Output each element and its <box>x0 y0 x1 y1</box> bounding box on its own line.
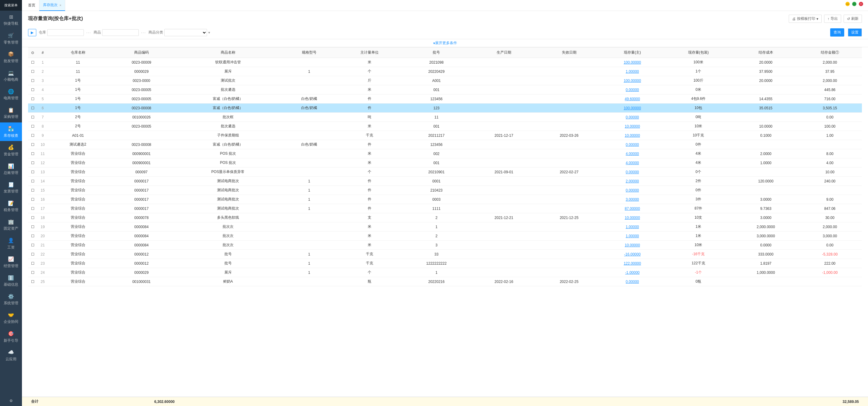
tab-inventory-batch[interactable]: 库存批次 × <box>39 0 65 11</box>
row-check[interactable]: ☐ <box>28 268 37 277</box>
refresh-btn[interactable]: ↺ 刷新 <box>844 14 862 23</box>
filter-expand-arrow[interactable]: ▶ <box>28 29 36 36</box>
row-check[interactable]: ☐ <box>28 168 37 177</box>
table-row[interactable]: ☐1110023-00009软联通用冲击管米2021098100.0000010… <box>28 58 862 67</box>
sidebar-item-fixed-asset[interactable]: 🏢 固定资产 <box>0 216 22 234</box>
row-check[interactable]: ☐ <box>28 213 37 222</box>
row-qty-main[interactable]: 100.00000 <box>602 104 663 113</box>
row-qty-main[interactable]: 10.00000 <box>602 122 663 131</box>
row-check[interactable]: ☐ <box>28 131 37 140</box>
maximize-btn[interactable]: □ <box>852 2 857 6</box>
category-filter-select[interactable] <box>164 29 207 36</box>
sidebar-item-retail[interactable]: 🛒 零售管理 <box>0 29 22 48</box>
sidebar-item-ecom[interactable]: 🌐 电商管理 <box>0 85 22 104</box>
tab-close-btn[interactable]: × <box>59 3 61 7</box>
row-check[interactable]: ☐ <box>28 204 37 213</box>
table-row[interactable]: ☐10测试遴选20023-00008富减（白色/奶橘）白色/奶橘件1234560… <box>28 140 862 149</box>
table-row[interactable]: ☐21营业综合0000084批次次米310.0000010米0.00000.00 <box>28 241 862 250</box>
table-row[interactable]: ☐82号0023-00005批次遴选米00110.0000010米10.0000… <box>28 122 862 131</box>
table-row[interactable]: ☐61号0023-00008富减（白色/奶橘）白色/奶橘件123100.0000… <box>28 104 862 113</box>
sidebar-item-quick-nav[interactable]: ⊞ 快捷导航 <box>0 11 22 29</box>
row-check[interactable]: ☐ <box>28 158 37 168</box>
sidebar-item-mini-ecom[interactable]: 💻 小额电商 <box>0 67 22 85</box>
row-check[interactable]: ☐ <box>28 149 37 158</box>
row-qty-main[interactable]: 1.00000 <box>602 232 663 241</box>
row-check[interactable]: ☐ <box>28 186 37 195</box>
row-check[interactable]: ☐ <box>28 177 37 186</box>
row-check[interactable]: ☐ <box>28 277 37 286</box>
sidebar-item-sys-mgmt[interactable]: ⚙️ 系统管理 <box>0 290 22 309</box>
table-row[interactable]: ☐15营业综合0000017测试电商批次1件2104230.000000件 <box>28 186 862 195</box>
sidebar-item-finance[interactable]: 💰 资金管理 <box>0 141 22 160</box>
row-qty-main[interactable]: 122.00000 <box>602 259 663 268</box>
row-qty-main[interactable]: 10.00000 <box>602 131 663 140</box>
row-check[interactable]: ☐ <box>28 241 37 250</box>
batch-print-btn[interactable]: 🖨 按模板打印 ▾ <box>789 14 822 23</box>
row-check[interactable]: ☐ <box>28 140 37 149</box>
table-row[interactable]: ☐22营业综合0000012批号1千克33-16.00000-16千克333.0… <box>28 250 862 259</box>
close-btn[interactable]: × <box>859 2 863 6</box>
sidebar-item-general[interactable]: 📊 总账管理 <box>0 160 22 178</box>
row-qty-main[interactable]: 3.00000 <box>602 195 663 204</box>
table-row[interactable]: ☐19营业综合0000084批次次米11.000001米2,000.00002,… <box>28 222 862 232</box>
row-qty-main[interactable]: 100.00000 <box>602 76 663 85</box>
row-qty-main[interactable]: 10.00000 <box>602 241 663 250</box>
row-qty-main[interactable]: 1.00000 <box>602 67 663 76</box>
row-qty-main[interactable]: 0.00000 <box>602 186 663 195</box>
search-btn[interactable]: 查询 <box>830 28 844 37</box>
table-row[interactable]: ☐23营业综合0000012批号1千克1222222222122.0000012… <box>28 259 862 268</box>
table-row[interactable]: ☐31号0023-0000测试批次斤A001100.00000100斤20.00… <box>28 76 862 85</box>
table-row[interactable]: ☐72号001000026批次框吨110.000000吨0.00 <box>28 113 862 122</box>
row-qty-main[interactable]: 2.00000 <box>602 177 663 186</box>
row-check[interactable]: ☐ <box>28 113 37 122</box>
sidebar-item-enterprise[interactable]: 🤝 企业协同 <box>0 309 22 328</box>
table-row[interactable]: ☐18营业综合0000078多头黑色软线支22021-12-212021-12-… <box>28 213 862 222</box>
expand-more-btn[interactable]: ▾ 展开更多条件 <box>22 39 868 47</box>
warehouse-filter-input[interactable] <box>47 29 84 36</box>
row-qty-main[interactable]: 0.00000 <box>602 85 663 94</box>
table-row[interactable]: ☐16营业综合0000017测试电商批次1件00033.000003件3.000… <box>28 195 862 204</box>
row-check[interactable]: ☐ <box>28 232 37 241</box>
table-row[interactable]: ☐2110000029展斥1个202204291.000001个37.95003… <box>28 67 862 76</box>
row-check[interactable]: ☐ <box>28 104 37 113</box>
row-check[interactable]: ☐ <box>28 195 37 204</box>
row-qty-main[interactable]: 10.00000 <box>602 213 663 222</box>
row-qty-main[interactable]: 0.00000 <box>602 277 663 286</box>
row-check[interactable]: ☐ <box>28 85 37 94</box>
row-qty-main[interactable]: 4.00000 <box>602 149 663 158</box>
row-qty-main[interactable]: 0.00000 <box>602 113 663 122</box>
row-qty-main[interactable]: 87.00000 <box>602 204 663 213</box>
row-qty-main[interactable]: -16.00000 <box>602 250 663 259</box>
sidebar-item-ops[interactable]: 📈 经营管理 <box>0 253 22 271</box>
table-row[interactable]: ☐51号0023-00005富减（白色/奶橘）白色/奶橘件12345649.60… <box>28 94 862 104</box>
table-row[interactable]: ☐24营业综合0000029展斥1个1-1.00000-1个1,000.0000… <box>28 268 862 277</box>
sidebar-logo[interactable]: 搜索菜单 <box>0 0 22 11</box>
sidebar-item-purchase[interactable]: 📋 采购管理 <box>0 104 22 123</box>
row-qty-main[interactable]: 4.00000 <box>602 158 663 168</box>
table-row[interactable]: ☐41号0023-00005批次遴选米0010.000000米445.86 <box>28 85 862 94</box>
table-row[interactable]: ☐9A01-01子件保质期组千克202112172021-12-172022-0… <box>28 131 862 140</box>
settings-btn[interactable]: 设置 <box>848 28 862 37</box>
sidebar-item-invoice[interactable]: 🧾 发票管理 <box>0 178 22 197</box>
col-check[interactable]: ⊙ <box>28 47 37 58</box>
sidebar-item-wholesale[interactable]: 📦 批发管理 <box>0 48 22 66</box>
row-qty-main[interactable]: 49.60000 <box>602 94 663 104</box>
sidebar-item-hr[interactable]: 👤 工资 <box>0 234 22 253</box>
table-row[interactable]: ☐14营业综合0000017测试电商批次1件00012.000002件120.0… <box>28 177 862 186</box>
table-row[interactable]: ☐25营业综合001000031鲜奶A瓶202202162022-02-1620… <box>28 277 862 286</box>
row-qty-main[interactable]: 1.00000 <box>602 222 663 232</box>
sidebar-item-new-guide[interactable]: 🎯 新手引导 <box>0 328 22 346</box>
table-row[interactable]: ☐13营业综合000097POS显示单保质异常个202109012021-09-… <box>28 168 862 177</box>
sidebar-item-cloud[interactable]: ☁️ 云应用 <box>0 346 22 365</box>
row-check[interactable]: ☐ <box>28 250 37 259</box>
row-check[interactable]: ☐ <box>28 94 37 104</box>
table-row[interactable]: ☐20营业综合0000084批次次米21.000001米3,000.00003,… <box>28 232 862 241</box>
table-row[interactable]: ☐11营业综合000900001POS 批次米0024.000004米2.000… <box>28 149 862 158</box>
row-check[interactable]: ☐ <box>28 76 37 85</box>
export-btn[interactable]: ↑ 导出 <box>824 14 841 23</box>
row-check[interactable]: ☐ <box>28 222 37 232</box>
sidebar-item-inventory[interactable]: 🏪 库存核查 <box>0 123 22 141</box>
table-container[interactable]: ⊙ # 仓库名称 商品编码 商品名称 规格型号 主计量单位 批号 生产日期 失效… <box>22 47 868 397</box>
table-row[interactable]: ☐17营业综合0000017测试电商批次1件111187.0000087件9.7… <box>28 204 862 213</box>
row-qty-main[interactable]: 0.00000 <box>602 140 663 149</box>
